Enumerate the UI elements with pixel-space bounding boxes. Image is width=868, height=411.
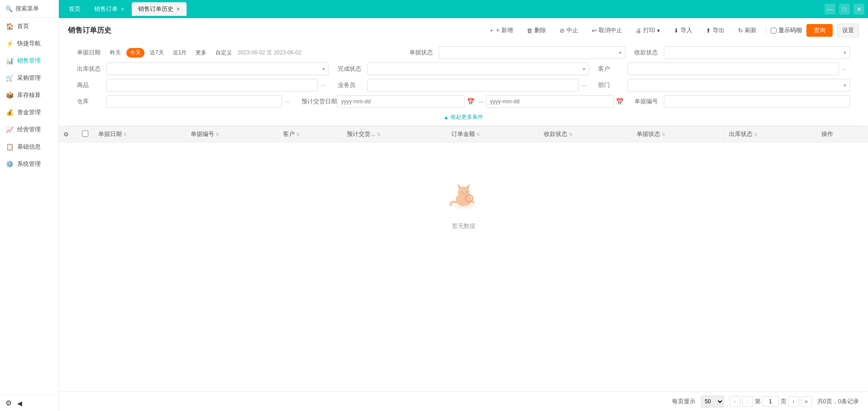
add-icon: ＋: [489, 26, 494, 34]
filter-out-status-select[interactable]: [106, 63, 329, 75]
maximize-button[interactable]: □: [839, 4, 850, 15]
tab-sales-order[interactable]: 销售订单 ✕: [88, 2, 131, 16]
pagination-next[interactable]: ›: [788, 396, 799, 407]
filter-customer-dots-btn[interactable]: ···: [839, 64, 850, 73]
filter-salesperson-input[interactable]: [367, 79, 579, 92]
col-amount[interactable]: 订单金额 ⇅: [447, 126, 539, 142]
pagination-prev[interactable]: ‹: [742, 396, 753, 407]
refresh-label: 刷新: [745, 26, 757, 34]
col-customer[interactable]: 客户 ⇅: [278, 126, 342, 142]
date-yesterday-btn[interactable]: 昨天: [106, 48, 125, 58]
pagination-first[interactable]: «: [729, 396, 740, 407]
page-label: 页: [781, 397, 786, 406]
sidebar: 🔍 搜索菜单 🏠 首页 ⚡ 快捷导航 📊 销售管理 🛒 采购管理 📦 库存核算 …: [0, 0, 59, 411]
filter-salesperson-dots-btn[interactable]: ···: [579, 81, 590, 90]
calendar-icon-start: 📅: [467, 98, 475, 105]
tab-sales-order-history-label: 销售订单历史: [138, 5, 173, 13]
delete-label: 删除: [534, 26, 546, 34]
table-body: 暂无数据: [59, 142, 868, 267]
filter-department-select[interactable]: [628, 79, 850, 92]
sidebar-settings-icon[interactable]: ⚙: [5, 399, 12, 407]
filter-product-label: 商品: [77, 81, 106, 89]
col-date[interactable]: 单据日期 ⇅: [93, 126, 186, 142]
sidebar-item-sales[interactable]: 📊 销售管理: [0, 52, 58, 69]
filter-expected-date-start[interactable]: [337, 95, 465, 108]
pagination-last[interactable]: »: [801, 396, 812, 407]
display-cols-checkbox[interactable]: [771, 28, 777, 34]
table-header-row: ⚙ 单据日期 ⇅ 单据编号: [59, 126, 868, 142]
minimize-button[interactable]: —: [825, 4, 835, 15]
date-7days-btn[interactable]: 近7天: [146, 48, 168, 58]
date-today-btn[interactable]: 今天: [126, 48, 144, 58]
import-button[interactable]: ⬇ 导入: [669, 24, 697, 37]
table-settings-icon[interactable]: ⚙: [63, 131, 69, 138]
add-button[interactable]: ＋ + 新增: [484, 24, 518, 37]
filter-payment-status-select[interactable]: [664, 46, 850, 59]
table-settings-col[interactable]: ⚙: [59, 126, 77, 142]
settings-button[interactable]: 设置: [837, 24, 859, 37]
cancel-stop-button[interactable]: ↩ 取消中止: [587, 24, 627, 37]
data-table: ⚙ 单据日期 ⇅ 单据编号: [59, 126, 868, 266]
stop-button[interactable]: ⊘ 中止: [555, 24, 583, 37]
filter-expected-date-end[interactable]: [486, 95, 614, 108]
filter-product-dots-btn[interactable]: ···: [318, 81, 329, 90]
col-payment-status-label: 收款状态: [544, 130, 567, 138]
page-word: 第: [755, 397, 761, 406]
sidebar-item-basic-info[interactable]: 📋 基础信息: [0, 138, 58, 155]
page-number-input[interactable]: [762, 396, 779, 407]
delete-button[interactable]: 🗑 删除: [522, 24, 551, 37]
date-range-dash: —: [478, 98, 484, 105]
table-select-all[interactable]: [82, 131, 88, 137]
sidebar-item-quick-nav[interactable]: ⚡ 快捷导航: [0, 35, 58, 52]
tab-sales-order-history[interactable]: 销售订单历史 ✕: [132, 2, 187, 16]
col-out-status[interactable]: 出库状态 ⇅: [724, 126, 817, 142]
svg-point-2: [458, 187, 470, 198]
sidebar-collapse-icon[interactable]: ◀: [17, 400, 22, 407]
col-expected-date[interactable]: 预计交货... ⇅: [342, 126, 447, 142]
sidebar-search[interactable]: 🔍 搜索菜单: [0, 0, 58, 18]
sidebar-item-purchase[interactable]: 🛒 采购管理: [0, 69, 58, 87]
filter-complete-status-group: 完成状态: [338, 63, 590, 75]
filter-order-no-label: 单据编号: [634, 97, 664, 106]
filter-customer-input[interactable]: [628, 63, 839, 75]
sidebar-item-inventory[interactable]: 📦 库存核算: [0, 87, 58, 104]
col-amount-label: 订单金额: [451, 130, 475, 138]
filter-expected-date-group: 预计交货日期 📅 — 📅: [302, 95, 625, 108]
sidebar-item-label: 经营管理: [17, 126, 41, 134]
export-button[interactable]: ⬆ 导出: [701, 24, 729, 37]
col-no[interactable]: 单据编号 ⇅: [186, 126, 278, 142]
col-date-sort-icon: ⇅: [123, 132, 127, 137]
svg-point-11: [463, 193, 464, 194]
page-size-select[interactable]: 50 10 20 100: [701, 396, 724, 407]
svg-point-9: [461, 191, 462, 192]
sidebar-item-operations[interactable]: 📈 经营管理: [0, 121, 58, 138]
col-order-status[interactable]: 单据状态 ⇅: [632, 126, 724, 142]
filter-product-input[interactable]: [106, 79, 318, 92]
export-label: 导出: [713, 26, 724, 34]
col-payment-status[interactable]: 收款状态 ⇅: [539, 126, 632, 142]
sidebar-item-finance[interactable]: 💰 资金管理: [0, 104, 58, 121]
date-more-btn[interactable]: 更多: [192, 48, 210, 58]
collapse-chevron-icon: ▲: [444, 114, 449, 121]
filter-complete-status-select[interactable]: [367, 63, 590, 75]
toolbar-divider: [766, 26, 766, 34]
date-custom-btn[interactable]: 自定义: [212, 48, 235, 58]
filter-warehouse-dots-btn[interactable]: ···: [282, 97, 293, 106]
filter-payment-status-label: 收款状态: [634, 48, 664, 57]
date-1month-btn[interactable]: 近1月: [169, 48, 191, 58]
sidebar-item-home[interactable]: 🏠 首页: [0, 18, 58, 35]
tab-home[interactable]: 首页: [62, 2, 87, 16]
filter-collapse-row[interactable]: ▲ 收起更多条件: [77, 111, 850, 121]
filter-order-status-select[interactable]: [439, 46, 625, 59]
tab-sales-order-close[interactable]: ✕: [120, 6, 125, 12]
refresh-button[interactable]: ↻ 刷新: [734, 24, 761, 37]
filter-order-status-label: 单据状态: [409, 48, 439, 57]
filter-warehouse-input[interactable]: [106, 95, 282, 108]
close-button[interactable]: ✕: [854, 4, 864, 15]
filter-order-no-input[interactable]: [664, 95, 850, 108]
sidebar-item-system[interactable]: ⚙️ 系统管理: [0, 155, 58, 173]
print-button[interactable]: 🖨 打印 ▾: [631, 24, 665, 37]
query-button[interactable]: 查询: [806, 24, 833, 37]
tab-sales-order-history-close[interactable]: ✕: [176, 6, 180, 12]
display-cols-toggle[interactable]: 显示码细: [771, 26, 802, 34]
